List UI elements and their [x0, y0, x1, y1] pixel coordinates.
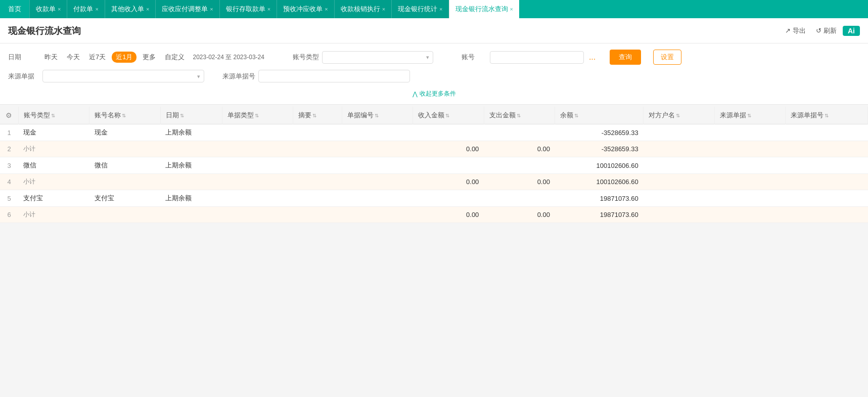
table-cell: [714, 157, 786, 174]
collapse-bar[interactable]: ⋀ 收起更多条件: [8, 87, 860, 100]
table-cell: [342, 207, 413, 223]
sort-icon-date[interactable]: ⇅: [180, 113, 184, 118]
table-cell: [222, 174, 293, 190]
table-header-row: ⚙ 账号类型⇅ 账号名称⇅ 日期⇅ 单据类型⇅ 摘要⇅ 单据编号: [0, 107, 868, 124]
table-cell: [222, 141, 293, 157]
sort-icon-counterpart[interactable]: ⇅: [676, 113, 680, 118]
sort-icon-summary[interactable]: ⇅: [312, 113, 316, 118]
close-icon[interactable]: ×: [510, 6, 513, 12]
table-cell: [222, 207, 293, 223]
sort-icon-doc-no[interactable]: ⇅: [375, 113, 379, 118]
table-cell: [644, 207, 715, 223]
table-cell: [714, 124, 786, 141]
sort-icon-expense[interactable]: ⇅: [517, 113, 521, 118]
nav-tab-1[interactable]: 付款单 ×: [67, 0, 104, 18]
table-cell: [222, 157, 293, 174]
close-icon[interactable]: ×: [267, 6, 270, 12]
nav-home[interactable]: 首页: [0, 0, 29, 18]
table-cell: [160, 174, 222, 190]
table-cell: [484, 157, 555, 174]
top-nav: 首页 收款单 × 付款单 × 其他收入单 × 应收应付调整单 × 银行存取款单 …: [0, 0, 868, 18]
table-cell: [413, 157, 484, 174]
refresh-icon: ↺: [816, 27, 821, 34]
close-icon[interactable]: ×: [210, 6, 213, 12]
table-cell: 上期余额: [160, 124, 222, 141]
table-cell: 支付宝: [18, 190, 89, 207]
ai-badge[interactable]: Ai: [843, 26, 860, 36]
table-cell: 3: [0, 157, 18, 174]
table-cell: [644, 157, 715, 174]
col-account-name: 账号名称⇅: [89, 107, 161, 124]
table-cell: [160, 207, 222, 223]
nav-tab-4[interactable]: 银行存取款单 ×: [219, 0, 277, 18]
sort-icon-doc-type[interactable]: ⇅: [255, 113, 259, 118]
table-row: 5支付宝支付宝上期余额19871073.60: [0, 190, 868, 207]
sort-icon-account-type[interactable]: ⇅: [51, 113, 55, 118]
date-opt-7days[interactable]: 近7天: [86, 52, 109, 63]
nav-tab-3[interactable]: 应收应付调整单 ×: [155, 0, 219, 18]
table-cell: [293, 141, 342, 157]
table-cell: 100102606.60: [555, 174, 644, 190]
dots-button[interactable]: ...: [587, 53, 598, 62]
col-income: 收入金额⇅: [413, 107, 484, 124]
nav-tab-8[interactable]: 现金银行流水查询 ×: [449, 0, 519, 18]
table-cell: [786, 141, 868, 157]
gear-icon[interactable]: ⚙: [6, 111, 12, 119]
date-opt-yesterday[interactable]: 昨天: [41, 52, 61, 63]
sort-icon-balance[interactable]: ⇅: [574, 113, 578, 118]
filter-row-1: 日期 昨天 今天 近7天 近1月 更多 自定义 2023-02-24 至 202…: [8, 50, 860, 65]
page-header: 现金银行流水查询 ↗ 导出 ↺ 刷新 Ai: [0, 18, 868, 43]
source-doc-select[interactable]: [42, 70, 204, 82]
settings-button[interactable]: 设置: [653, 50, 681, 65]
sort-icon-source-doc-no[interactable]: ⇅: [825, 113, 829, 118]
table-cell: [714, 174, 786, 190]
source-doc-no-input[interactable]: [258, 70, 410, 82]
table-cell: 支付宝: [89, 190, 161, 207]
table-cell: [714, 141, 786, 157]
close-icon[interactable]: ×: [325, 6, 328, 12]
close-icon[interactable]: ×: [382, 6, 385, 12]
close-icon[interactable]: ×: [439, 6, 442, 12]
nav-tab-2[interactable]: 其他收入单 ×: [105, 0, 155, 18]
date-opt-today[interactable]: 今天: [64, 52, 83, 63]
table-cell: 0.00: [484, 141, 555, 157]
table-cell: 上期余额: [160, 190, 222, 207]
export-button[interactable]: ↗ 导出: [781, 24, 810, 37]
col-doc-type: 单据类型⇅: [222, 107, 293, 124]
close-icon[interactable]: ×: [95, 6, 98, 12]
table-cell: -3528659.33: [555, 141, 644, 157]
col-source-doc-no: 来源单据号⇅: [786, 107, 868, 124]
table-cell: 小计: [18, 141, 89, 157]
table-cell: [89, 174, 161, 190]
table-cell: [484, 190, 555, 207]
table-cell: 2: [0, 141, 18, 157]
nav-tab-0[interactable]: 收款单 ×: [29, 0, 67, 18]
account-type-select[interactable]: [322, 51, 433, 64]
table-cell: 现金: [89, 124, 161, 141]
col-balance: 余额⇅: [555, 107, 644, 124]
account-type-group: 账号类型: [293, 51, 433, 64]
sort-icon-source-doc[interactable]: ⇅: [747, 113, 751, 118]
nav-tab-6[interactable]: 收款核销执行 ×: [334, 0, 391, 18]
nav-tab-5[interactable]: 预收冲应收单 ×: [277, 0, 334, 18]
close-icon[interactable]: ×: [58, 6, 61, 12]
sort-icon-income[interactable]: ⇅: [445, 113, 449, 118]
table-cell: 0.00: [413, 141, 484, 157]
table-cell: [644, 141, 715, 157]
table-cell: 100102606.60: [555, 157, 644, 174]
table-cell: [89, 207, 161, 223]
header-actions: ↗ 导出 ↺ 刷新 Ai: [781, 24, 860, 37]
close-icon[interactable]: ×: [146, 6, 149, 12]
table-cell: [644, 190, 715, 207]
refresh-button[interactable]: ↺ 刷新: [812, 24, 841, 37]
date-opt-custom[interactable]: 自定义: [162, 52, 188, 63]
query-button[interactable]: 查询: [610, 50, 641, 65]
date-opt-more[interactable]: 更多: [140, 52, 159, 63]
table-cell: [644, 124, 715, 141]
date-opt-1month[interactable]: 近1月: [112, 52, 136, 63]
table-cell: 19871073.60: [555, 207, 644, 223]
table-cell: [786, 174, 868, 190]
account-input[interactable]: [490, 51, 584, 64]
sort-icon-account-name[interactable]: ⇅: [122, 113, 126, 118]
nav-tab-7[interactable]: 现金银行统计 ×: [391, 0, 448, 18]
